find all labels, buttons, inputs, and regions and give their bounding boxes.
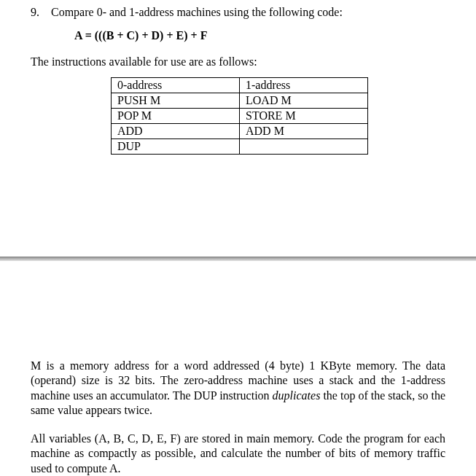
page-divider [0, 257, 476, 261]
table-cell: LOAD M [240, 93, 368, 109]
table-header-0addr: 0-address [112, 78, 240, 93]
table-cell: DUP [112, 139, 240, 155]
table-cell: ADD M [240, 124, 368, 139]
table-cell: PUSH M [112, 93, 240, 109]
table-cell: ADD [112, 124, 240, 139]
page-content: 9. Compare 0- and 1-address machines usi… [0, 0, 476, 155]
table-row: 0-address 1-address [112, 78, 368, 93]
paragraph-memory-desc: M is a memory address for a word address… [31, 359, 445, 418]
table-header-1addr: 1-address [240, 78, 368, 93]
table-row: ADD ADD M [112, 124, 368, 139]
lower-section: M is a memory address for a word address… [31, 359, 445, 476]
equation: A = (((B + C) + D) + E) + F [74, 29, 445, 42]
instruction-table-wrap: 0-address 1-address PUSH M LOAD M POP M … [111, 77, 445, 155]
table-row: DUP [112, 139, 368, 155]
table-cell: POP M [112, 109, 240, 124]
question-number: 9. [31, 6, 51, 19]
instructions-intro: The instructions available for use are a… [31, 55, 445, 69]
table-cell [240, 139, 368, 155]
instruction-table: 0-address 1-address PUSH M LOAD M POP M … [111, 77, 368, 155]
italic-duplicates: duplicates [273, 389, 321, 402]
table-row: POP M STORE M [112, 109, 368, 124]
table-cell: STORE M [240, 109, 368, 124]
paragraph-task: All variables (A, B, C, D, E, F) are sto… [31, 432, 445, 476]
question-row: 9. Compare 0- and 1-address machines usi… [31, 6, 445, 19]
table-row: PUSH M LOAD M [112, 93, 368, 109]
question-prompt: Compare 0- and 1-address machines using … [51, 6, 445, 19]
